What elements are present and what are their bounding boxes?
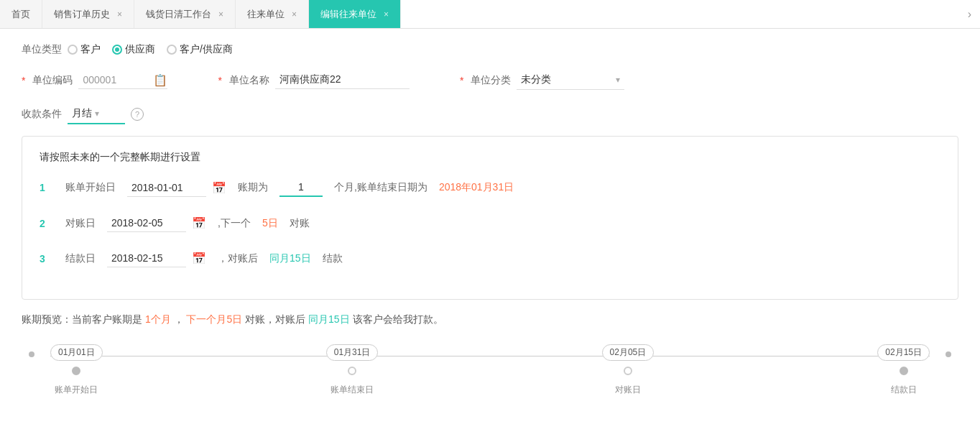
unit-name-field: * 单位名称 xyxy=(218,71,409,89)
radio-customer-circle xyxy=(68,45,78,55)
main-content: 单位类型 客户 供应商 客户/供应商 * 单位编码 xyxy=(0,29,980,437)
preview-sep2: 对账，对账后 xyxy=(245,313,305,325)
period-num-3: 3 xyxy=(40,253,54,264)
tab-partner-label: 往来单位 xyxy=(247,8,285,21)
payment-condition-value: 月结 xyxy=(72,107,92,120)
unit-name-label: 单位名称 xyxy=(229,74,269,87)
timeline-item-3: 02月05日 对账日 xyxy=(602,344,655,396)
preview-section: 账期预览：当前客户账期是 1个月 ， 下一个月5日 对账，对账后 同月15日 该… xyxy=(22,311,958,327)
timeline-badge-3: 02月05日 xyxy=(602,344,655,361)
radio-supplier-label: 供应商 xyxy=(125,43,155,56)
tab-partner-close[interactable]: × xyxy=(292,9,297,19)
radio-supplier-circle xyxy=(112,45,122,55)
chevron-down-icon: ▾ xyxy=(616,75,620,85)
period-date-group-2: 📅 xyxy=(107,214,206,232)
period-num-1: 1 xyxy=(40,182,54,193)
unit-category-value: 未分类 xyxy=(521,73,613,86)
period-date-2[interactable] xyxy=(107,214,186,232)
period-row-3: 3 结款日 📅 ，对账后 同月15日 结款 xyxy=(40,249,940,267)
period-suffix-after-1: 个月,账单结束日期为 xyxy=(334,181,427,194)
tabs-arrow[interactable]: › xyxy=(959,0,980,28)
unit-code-field: * 单位编码 📋 xyxy=(22,71,167,89)
unit-info-row: * 单位编码 📋 * 单位名称 * 单位分类 未分类 ▾ xyxy=(22,70,958,90)
period-date-group-3: 📅 xyxy=(107,249,206,267)
period-row3-suffix: 结款 xyxy=(323,252,343,265)
unit-category-select[interactable]: 未分类 ▾ xyxy=(517,70,624,90)
unit-name-input[interactable] xyxy=(275,71,410,89)
period-cal-icon-2[interactable]: 📅 xyxy=(192,216,206,230)
unit-type-row: 单位类型 客户 供应商 客户/供应商 xyxy=(22,43,958,56)
period-cal-icon-3[interactable]: 📅 xyxy=(192,252,206,265)
period-box: 请按照未来的一个完整帐期进行设置 1 账单开始日 📅 账期为 个月,账单结束日期… xyxy=(22,136,958,300)
period-row3-highlight: 同月15日 xyxy=(269,252,311,265)
tab-partner[interactable]: 往来单位 × xyxy=(236,0,309,28)
tab-edit-partner-close[interactable]: × xyxy=(384,9,389,19)
timeline-dot-4 xyxy=(900,367,908,375)
tab-sales-history-close[interactable]: × xyxy=(117,9,122,19)
tab-sales-history[interactable]: 销售订单历史 × xyxy=(42,0,134,28)
preview-suffix: 该客户会给我打款。 xyxy=(353,313,443,325)
period-date-1[interactable] xyxy=(127,179,206,197)
unit-category-star: * xyxy=(460,75,463,86)
timeline-dot-3 xyxy=(624,367,632,375)
period-label-2: 对账日 xyxy=(65,217,96,230)
timeline-label-2: 账单结束日 xyxy=(330,384,374,396)
timeline-item-2: 01月31日 账单结束日 xyxy=(326,344,379,396)
period-month-input[interactable] xyxy=(279,178,323,197)
timeline-end-dot xyxy=(946,351,951,357)
period-date-3[interactable] xyxy=(107,249,186,267)
period-title: 请按照未来的一个完整帐期进行设置 xyxy=(40,151,940,164)
unit-category-field: * 单位分类 未分类 ▾ xyxy=(460,70,624,90)
timeline-badge-4: 02月15日 xyxy=(877,344,930,361)
timeline-start-dot xyxy=(29,351,34,357)
payment-condition-row: 收款条件 月结 ▾ ? xyxy=(22,104,958,124)
period-num-2: 2 xyxy=(40,218,54,229)
unit-code-input[interactable] xyxy=(78,71,150,88)
period-row-2: 2 对账日 📅 ,下一个 5日 对账 xyxy=(40,214,940,232)
unit-code-icon[interactable]: 📋 xyxy=(153,73,167,87)
period-suffix-before-1: 账期为 xyxy=(238,181,268,194)
period-end-date-1: 2018年01月31日 xyxy=(439,181,514,194)
tab-cashflow-close[interactable]: × xyxy=(218,9,223,19)
tab-cashflow-label: 钱货日清工作台 xyxy=(146,8,211,21)
unit-code-label: 单位编码 xyxy=(32,74,73,87)
period-cal-icon-1[interactable]: 📅 xyxy=(212,181,226,195)
unit-code-input-wrapper: 📋 xyxy=(78,71,167,89)
period-row2-text: ,下一个 xyxy=(218,217,251,230)
radio-supplier[interactable]: 供应商 xyxy=(112,43,155,56)
timeline-label-3: 对账日 xyxy=(615,384,641,396)
timeline-items: 01月01日 账单开始日 01月31日 账单结束日 02月05日 对账日 02月… xyxy=(29,344,951,396)
payment-chevron-icon: ▾ xyxy=(95,109,99,119)
timeline-item-4: 02月15日 结款日 xyxy=(877,344,930,396)
preview-label: 账期预览：当前客户账期是 xyxy=(22,313,142,325)
tab-edit-partner-label: 编辑往来单位 xyxy=(320,8,376,21)
tab-sales-history-label: 销售订单历史 xyxy=(54,8,110,21)
period-row2-suffix: 对账 xyxy=(290,217,310,230)
tab-home-label: 首页 xyxy=(11,8,30,21)
payment-condition-select[interactable]: 月结 ▾ xyxy=(68,104,125,124)
unit-type-label: 单位类型 xyxy=(22,43,62,56)
payment-condition-label: 收款条件 xyxy=(22,108,62,121)
tabs-bar: 首页 销售订单历史 × 钱货日清工作台 × 往来单位 × 编辑往来单位 × › xyxy=(0,0,980,29)
tab-home[interactable]: 首页 xyxy=(0,0,42,28)
tab-edit-partner[interactable]: 编辑往来单位 × xyxy=(309,0,401,28)
period-row2-highlight: 5日 xyxy=(262,217,278,230)
help-icon-label: ? xyxy=(135,110,139,119)
period-label-1: 账单开始日 xyxy=(65,181,116,194)
timeline-dot-1 xyxy=(72,367,80,375)
radio-both-label: 客户/供应商 xyxy=(180,43,233,56)
preview-part1: 1个月 xyxy=(145,313,171,325)
period-date-group-1: 📅 xyxy=(127,179,226,197)
radio-both-circle xyxy=(167,45,177,55)
unit-category-label: 单位分类 xyxy=(471,74,511,87)
timeline-dot-2 xyxy=(348,367,356,375)
radio-both[interactable]: 客户/供应商 xyxy=(167,43,233,56)
timeline-badge-2: 01月31日 xyxy=(326,344,379,361)
unit-name-star: * xyxy=(218,75,221,86)
tab-cashflow[interactable]: 钱货日清工作台 × xyxy=(134,0,236,28)
timeline-label-4: 结款日 xyxy=(891,384,917,396)
preview-part2: 下一个月5日 xyxy=(186,313,242,325)
radio-customer[interactable]: 客户 xyxy=(68,43,101,56)
preview-sep1: ， xyxy=(174,313,184,325)
help-icon[interactable]: ? xyxy=(131,108,144,121)
